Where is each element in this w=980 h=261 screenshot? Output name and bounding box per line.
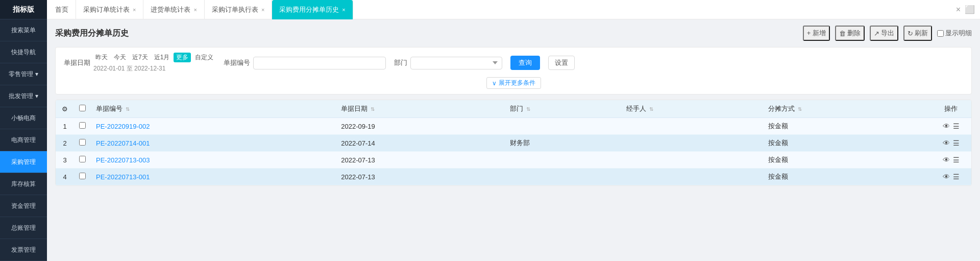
view-action-icon[interactable]: 👁 [943, 156, 950, 164]
col-handler[interactable]: 经手人 ⇅ [621, 100, 763, 118]
date-filter-item: 单据日期 昨天 今天 近7天 近1月 更多 自定义 2022-01-01 至 2… [64, 53, 215, 73]
row-split-method: 按金额 [763, 135, 930, 152]
row-checkbox-cell [74, 152, 91, 169]
doc-no-link[interactable]: PE-20220713-001 [96, 173, 150, 181]
sidebar-item-purchase-mgmt[interactable]: 采购管理 [0, 151, 47, 173]
tab-home[interactable]: 首页 [52, 0, 76, 19]
sort-doc-no-icon: ⇅ [126, 106, 130, 112]
table-row: 3 PE-20220713-003 2022-07-13 按金额 👁 ☰ [56, 152, 971, 169]
close-window-icon[interactable]: × [956, 5, 961, 14]
sort-handler-icon: ⇅ [649, 106, 653, 112]
view-action-icon[interactable]: 👁 [943, 173, 950, 181]
detail-action-icon[interactable]: ☰ [953, 139, 960, 147]
row-no: 3 [56, 152, 74, 169]
tab-close-inbound-summary[interactable]: × [193, 7, 197, 13]
row-dept: 财务部 [505, 135, 621, 152]
row-doc-date: 2022-07-14 [336, 135, 505, 152]
doc-no-link[interactable]: PE-20220919-002 [96, 123, 150, 130]
refresh-button[interactable]: ↻ 刷新 [903, 26, 932, 41]
sort-doc-date-icon: ⇅ [371, 106, 375, 112]
tab-purchase-order-exec[interactable]: 采购订单执行表 × [205, 0, 272, 19]
dept-filter-item: 部门 [394, 57, 502, 69]
row-checkbox[interactable] [79, 173, 86, 179]
date-filter-label: 单据日期 [64, 58, 90, 67]
doc-no-label: 单据编号 [224, 58, 250, 67]
expand-icon: ∨ [492, 80, 497, 87]
sidebar-item-finance-mgmt[interactable]: 资金管理 [0, 195, 47, 217]
shortcut-more[interactable]: 更多 [174, 53, 191, 62]
row-dept [505, 118, 621, 135]
col-dept[interactable]: 部门 ⇅ [505, 100, 621, 118]
detail-action-icon[interactable]: ☰ [953, 156, 960, 164]
view-action-icon[interactable]: 👁 [943, 122, 950, 130]
search-button[interactable]: 查询 [510, 56, 540, 70]
row-checkbox[interactable] [79, 156, 86, 162]
row-doc-no: PE-20220919-002 [91, 118, 336, 135]
row-doc-date: 2022-07-13 [336, 169, 505, 185]
view-action-icon[interactable]: 👁 [943, 139, 950, 147]
expand-conditions-button[interactable]: ∨ 展开更多条件 [486, 77, 541, 89]
row-doc-date: 2022-07-13 [336, 152, 505, 169]
date-range-text: 2022-01-01 至 2022-12-31 [93, 64, 215, 73]
page-header: 采购费用分摊单历史 + 新增 🗑 删除 ↗ 导出 ↻ 刷新 显示明细 [55, 26, 972, 41]
sidebar-item-wholesale-mgmt[interactable]: 批发管理 ▾ [0, 85, 47, 107]
filter-settings-button[interactable]: 设置 [548, 56, 575, 70]
row-actions: 👁 ☰ [930, 152, 971, 169]
shortcut-today[interactable]: 今天 [112, 53, 128, 62]
sidebar-item-mini-ecom[interactable]: 小畅电商 [0, 107, 47, 129]
shortcut-7days[interactable]: 近7天 [130, 53, 150, 62]
select-all-checkbox[interactable] [79, 105, 86, 111]
shortcut-1month[interactable]: 近1月 [152, 53, 172, 62]
doc-no-link[interactable]: PE-20220713-003 [96, 156, 150, 164]
maximize-icon[interactable]: ⬜ [965, 5, 975, 14]
col-settings[interactable]: ⚙ [56, 100, 74, 118]
export-button[interactable]: ↗ 导出 [870, 26, 898, 41]
tab-purchase-order-summary[interactable]: 采购订单统计表 × [76, 0, 143, 19]
show-cols-toggle[interactable]: 显示明细 [937, 29, 972, 38]
row-handler [621, 152, 763, 169]
tab-close-purchase-order-summary[interactable]: × [133, 7, 136, 13]
sidebar-item-retail-mgmt[interactable]: 零售管理 ▾ [0, 63, 47, 85]
col-doc-no[interactable]: 单据编号 ⇅ [91, 100, 336, 118]
show-cols-checkbox[interactable] [937, 30, 944, 37]
row-handler [621, 135, 763, 152]
tab-inbound-summary[interactable]: 进货单统计表 × [143, 0, 204, 19]
doc-no-link[interactable]: PE-20220714-001 [96, 139, 150, 147]
sidebar-item-search-menu[interactable]: 搜索菜单 [0, 19, 47, 41]
sidebar-item-invoice-mgmt[interactable]: 发票管理 [0, 239, 47, 261]
sidebar-item-ledger-mgmt[interactable]: 总账管理 [0, 217, 47, 239]
tab-close-purchase-order-exec[interactable]: × [261, 7, 264, 13]
col-doc-date[interactable]: 单据日期 ⇅ [336, 100, 505, 118]
main-area: 首页 采购订单统计表 × 进货单统计表 × 采购订单执行表 × 采购费用分摊单历… [47, 0, 980, 261]
sidebar-item-quick-nav[interactable]: 快捷导航 [0, 41, 47, 63]
sidebar-item-ecom-mgmt[interactable]: 电商管理 [0, 129, 47, 151]
filter-row-1: 单据日期 昨天 今天 近7天 近1月 更多 自定义 2022-01-01 至 2… [64, 53, 963, 73]
row-no: 2 [56, 135, 74, 152]
shortcut-custom[interactable]: 自定义 [193, 53, 215, 62]
table-row: 4 PE-20220713-001 2022-07-13 按金额 👁 ☰ [56, 169, 971, 185]
row-checkbox-cell [74, 169, 91, 185]
row-checkbox-cell [74, 135, 91, 152]
row-checkbox[interactable] [79, 122, 86, 129]
toolbar-actions: + 新增 🗑 删除 ↗ 导出 ↻ 刷新 显示明细 [803, 26, 972, 41]
tab-purchase-cost-history[interactable]: 采购费用分摊单历史 × [272, 0, 353, 19]
shortcut-yesterday[interactable]: 昨天 [93, 53, 110, 62]
sidebar-item-inventory-calc[interactable]: 库存核算 [0, 173, 47, 195]
delete-button[interactable]: 🗑 删除 [835, 26, 865, 41]
tab-close-purchase-cost-history[interactable]: × [342, 7, 345, 13]
detail-action-icon[interactable]: ☰ [953, 173, 960, 181]
doc-no-input[interactable] [253, 57, 386, 69]
detail-action-icon[interactable]: ☰ [953, 122, 960, 130]
sort-split-method-icon: ⇅ [798, 106, 802, 112]
col-split-method[interactable]: 分摊方式 ⇅ [763, 100, 930, 118]
tab-bar: 首页 采购订单统计表 × 进货单统计表 × 采购订单执行表 × 采购费用分摊单历… [47, 0, 980, 19]
row-doc-no: PE-20220713-003 [91, 152, 336, 169]
sidebar: 指标版 搜索菜单 快捷导航 零售管理 ▾ 批发管理 ▾ 小畅电商 电商管理 采购… [0, 0, 47, 261]
row-split-method: 按金额 [763, 169, 930, 185]
dept-select[interactable] [410, 57, 502, 69]
table-wrapper: ⚙ 单据编号 ⇅ 单据日期 ⇅ 部门 [55, 100, 972, 186]
row-actions: 👁 ☰ [930, 169, 971, 185]
table-row: 2 PE-20220714-001 2022-07-14 财务部 按金额 👁 ☰ [56, 135, 971, 152]
row-checkbox[interactable] [79, 139, 86, 146]
add-button[interactable]: + 新增 [803, 26, 830, 41]
